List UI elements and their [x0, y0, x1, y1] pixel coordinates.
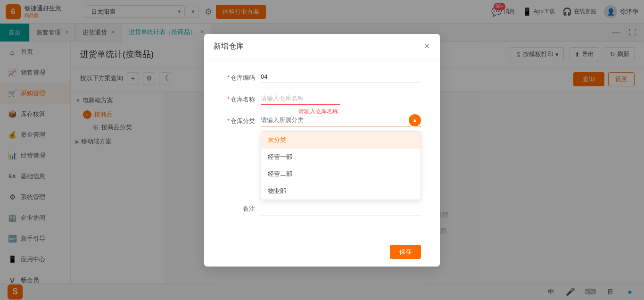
modal-title: 新增仓库 — [214, 42, 244, 51]
modal-overlay: 新增仓库 ✕ *仓库编码 *仓库名称 请输入仓库名称 — [0, 0, 644, 300]
modal-close-button[interactable]: ✕ — [423, 42, 430, 50]
form-row-note: 备注 — [223, 202, 421, 216]
note-textarea[interactable] — [261, 202, 421, 216]
modal-header: 新增仓库 ✕ — [204, 34, 440, 59]
save-button[interactable]: 保存 — [390, 245, 421, 259]
category-select-wrapper: ▲ 未分类 经营一部 经营二部 物业部 — [261, 114, 421, 126]
code-input[interactable] — [261, 71, 421, 83]
dropdown-item-dept1[interactable]: 经营一部 — [261, 149, 421, 166]
form-row-name: *仓库名称 请输入仓库名称 — [223, 92, 421, 105]
form-row-code: *仓库编码 — [223, 71, 421, 83]
dropdown-item-dept3[interactable]: 物业部 — [261, 183, 421, 200]
category-dropdown: 未分类 经营一部 经营二部 物业部 — [261, 131, 421, 200]
category-label: *仓库分类 — [223, 114, 261, 125]
category-toggle-button[interactable]: ▲ — [409, 114, 421, 126]
form-row-category: *仓库分类 ▲ 未分类 经营一部 经营二部 物业部 — [223, 114, 421, 126]
add-warehouse-modal: 新增仓库 ✕ *仓库编码 *仓库名称 请输入仓库名称 — [204, 34, 440, 267]
name-input[interactable] — [261, 92, 340, 105]
modal-footer: 保存 — [204, 237, 440, 267]
dropdown-item-unclassified[interactable]: 未分类 — [261, 132, 421, 149]
note-label: 备注 — [223, 202, 261, 213]
modal-body: *仓库编码 *仓库名称 请输入仓库名称 *仓库分类 — [204, 59, 440, 237]
name-label: *仓库名称 — [223, 92, 261, 104]
name-field-wrapper: 请输入仓库名称 — [261, 92, 421, 105]
category-input[interactable] — [261, 114, 421, 126]
code-label: *仓库编码 — [223, 71, 261, 82]
dropdown-item-dept2[interactable]: 经营二部 — [261, 166, 421, 183]
